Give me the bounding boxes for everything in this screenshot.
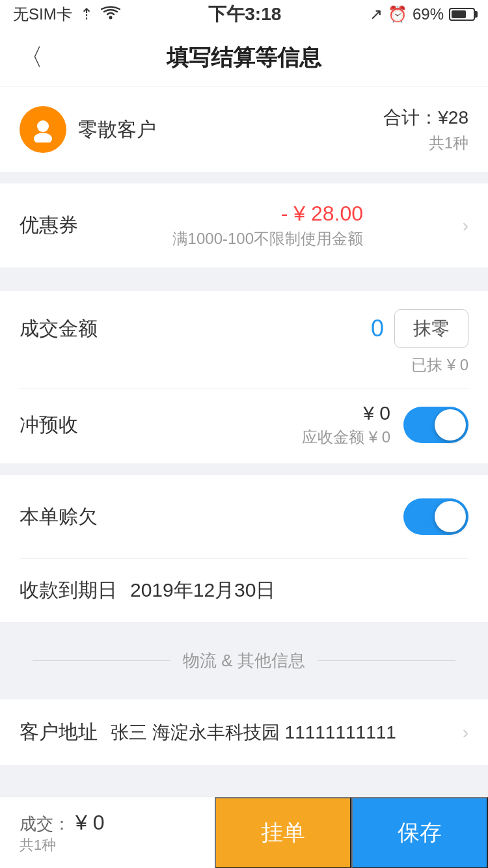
due-date-value: 2019年12月30日 — [130, 577, 275, 604]
logistics-title: 物流 & 其他信息 — [183, 649, 305, 672]
status-left: 无SIM卡 ⇡ — [13, 4, 120, 25]
section-gap-5 — [0, 765, 488, 777]
page-title: 填写结算等信息 — [167, 43, 321, 73]
credit-toggle[interactable] — [403, 498, 468, 535]
coupon-right: - ¥ 28.00 满1000-100不限制使用金额 — [172, 202, 363, 249]
credit-toggle-knob — [435, 501, 466, 532]
wifi-signal-icon — [101, 5, 120, 23]
total-label: 合计：¥28 — [383, 105, 468, 130]
prepay-right: ¥ 0 应收金额 ¥ 0 — [302, 402, 468, 448]
carrier-label: 无SIM卡 — [13, 4, 72, 25]
location-icon: ↗ — [370, 5, 383, 23]
address-row[interactable]: 客户地址 张三 海淀永丰科技园 11111111111 › — [0, 699, 488, 765]
prepay-toggle[interactable] — [403, 407, 468, 443]
status-time: 下午3:18 — [208, 2, 281, 27]
transaction-section: 成交金额 0 抹零 已抹 ¥ 0 冲预收 ¥ 0 应收金额 ¥ 0 — [0, 291, 488, 463]
subtracted-label: 已抹 ¥ 0 — [411, 355, 468, 375]
section-gap-1 — [0, 279, 488, 291]
bottom-transaction-label: 成交： — [20, 813, 70, 835]
nav-bar: 〈 填写结算等信息 — [0, 29, 488, 87]
prepay-label: 冲预收 — [20, 412, 78, 439]
round-off-button[interactable]: 抹零 — [394, 309, 468, 348]
transaction-value[interactable]: 0 — [358, 315, 384, 342]
customer-row: 零散客户 合计：¥28 共1种 — [0, 87, 488, 172]
logistics-section: 物流 & 其他信息 — [0, 634, 488, 688]
svg-point-0 — [109, 16, 112, 20]
section-gap-4 — [0, 688, 488, 699]
content: 零散客户 合计：¥28 共1种 优惠券 - ¥ 28.00 满1000-100不… — [0, 87, 488, 868]
prepay-amounts: ¥ 0 应收金额 ¥ 0 — [302, 402, 390, 448]
total-count: 共1种 — [383, 133, 468, 154]
save-button[interactable]: 保存 — [351, 797, 488, 869]
prepay-amount: ¥ 0 — [302, 402, 390, 424]
alarm-icon: ⏰ — [388, 5, 407, 23]
logistics-header: 物流 & 其他信息 — [0, 634, 488, 688]
chevron-right-icon: › — [463, 215, 468, 236]
coupon-card[interactable]: 优惠券 - ¥ 28.00 满1000-100不限制使用金额 › — [0, 183, 488, 267]
transaction-label: 成交金额 — [20, 316, 98, 342]
prepay-sub: 应收金额 ¥ 0 — [302, 427, 390, 448]
bottom-amount: ¥ 0 — [75, 811, 104, 835]
address-value: 张三 海淀永丰科技园 11111111111 — [111, 720, 457, 745]
coupon-desc: 满1000-100不限制使用金额 — [172, 228, 363, 249]
customer-card: 零散客户 合计：¥28 共1种 — [0, 87, 488, 172]
bottom-bar: 成交： ¥ 0 共1种 挂单 保存 — [0, 796, 488, 868]
coupon-row[interactable]: 优惠券 - ¥ 28.00 满1000-100不限制使用金额 › — [0, 183, 488, 267]
avatar — [20, 106, 66, 153]
credit-section: 本单赊欠 收款到期日 2019年12月30日 — [0, 475, 488, 622]
pending-button[interactable]: 挂单 — [215, 797, 351, 869]
bottom-left: 成交： ¥ 0 共1种 — [0, 811, 215, 855]
coupon-amount: - ¥ 28.00 — [172, 202, 363, 226]
bottom-count: 共1种 — [20, 835, 195, 855]
prepay-row: 冲预收 ¥ 0 应收金额 ¥ 0 — [0, 389, 488, 463]
credit-row: 本单赊欠 — [0, 475, 488, 558]
status-right: ↗ ⏰ 69% — [370, 5, 475, 23]
address-section: 客户地址 张三 海淀永丰科技园 11111111111 › — [0, 699, 488, 765]
address-chevron-icon: › — [463, 722, 468, 743]
transaction-row: 成交金额 0 抹零 — [0, 291, 488, 355]
wifi-icon: ⇡ — [80, 5, 93, 23]
customer-name: 零散客户 — [78, 116, 156, 143]
svg-point-1 — [37, 120, 49, 132]
section-gap-2 — [0, 463, 488, 475]
amount-input-area: 0 抹零 — [358, 309, 468, 348]
toggle-knob — [435, 409, 466, 441]
svg-point-2 — [34, 133, 52, 142]
battery-fill — [452, 10, 466, 18]
back-button[interactable]: 〈 — [20, 42, 43, 74]
customer-right: 合计：¥28 共1种 — [383, 105, 468, 154]
due-date-label: 收款到期日 — [20, 577, 117, 604]
address-label: 客户地址 — [20, 719, 98, 746]
battery-icon — [449, 8, 475, 21]
coupon-label: 优惠券 — [20, 212, 78, 239]
section-gap-3 — [0, 622, 488, 634]
credit-label: 本单赊欠 — [20, 504, 98, 530]
transaction-sub: 已抹 ¥ 0 — [0, 355, 488, 388]
due-date-row[interactable]: 收款到期日 2019年12月30日 — [0, 559, 488, 622]
battery-percent: 69% — [413, 5, 444, 23]
customer-left: 零散客户 — [20, 106, 156, 153]
status-bar: 无SIM卡 ⇡ 下午3:18 ↗ ⏰ 69% — [0, 0, 488, 29]
